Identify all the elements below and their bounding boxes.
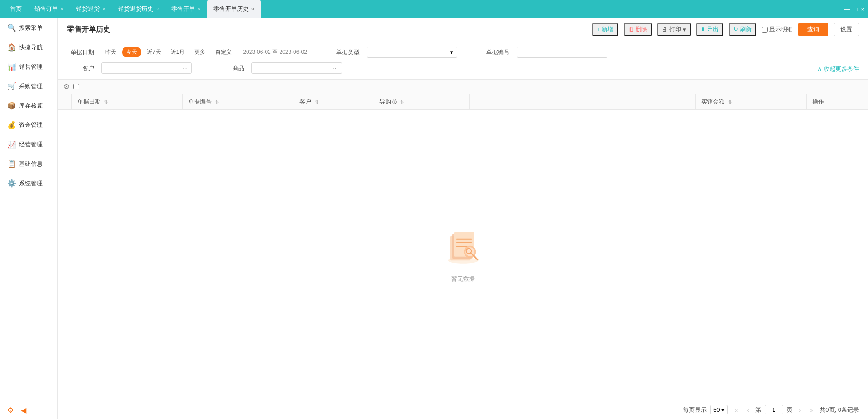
doc-no-input[interactable] <box>517 47 607 58</box>
print-button[interactable]: 🖨 打印 ▾ <box>657 23 691 36</box>
th-amount: 实销金额 ⇅ <box>695 94 806 110</box>
collapse-label: 收起更多条件 <box>824 65 859 73</box>
basic-info-icon: 📋 <box>7 160 15 168</box>
collapse-sidebar-icon[interactable]: ◀ <box>21 406 26 414</box>
content-area: 零售开单历史 + 新增 🗑 删除 🖨 打印 ▾ ⬆ 导出 ↻ 刷新 显示明细 查… <box>58 18 868 419</box>
date-btn-custom[interactable]: 自定义 <box>211 47 236 57</box>
date-range-display: 2023-06-02 至 2023-06-02 <box>243 48 307 56</box>
settings-bottom-icon[interactable]: ⚙ <box>7 406 14 414</box>
system-icon: ⚙️ <box>7 179 15 188</box>
display-detail-checkbox[interactable] <box>762 27 768 33</box>
last-page-btn[interactable]: » <box>807 405 816 414</box>
delete-button[interactable]: 🗑 删除 <box>624 23 652 36</box>
th-action-label: 操作 <box>812 98 824 105</box>
select-all-checkbox[interactable] <box>73 84 79 89</box>
pagination: 每页显示 50 ▾ « ‹ 第 页 › » 共0页, 0条记录 <box>58 400 868 419</box>
sidebar-item-sales[interactable]: 📊 销售管理 <box>0 57 57 76</box>
total-info: 共0页, 0条记录 <box>820 406 859 414</box>
filter-area: 单据日期 昨天 今天 近7天 近1月 更多 自定义 2023-06-02 至 2… <box>58 41 868 80</box>
top-nav-bar: 首页 销售订单 × 销货退货 × 销货退货历史 × 零售开单 × 零售开单历史 … <box>0 0 868 18</box>
th-salesperson-sort[interactable]: ⇅ <box>400 99 404 104</box>
date-btn-yesterday[interactable]: 昨天 <box>101 47 120 57</box>
settings-button[interactable]: 设置 <box>834 23 859 36</box>
th-doc-no-sort[interactable]: ⇅ <box>215 99 219 104</box>
finance-icon: 💰 <box>7 121 15 129</box>
th-action: 操作 <box>806 94 868 110</box>
sidebar-item-inventory-label: 库存核算 <box>19 102 43 110</box>
tab-sales-order-close[interactable]: × <box>61 6 63 12</box>
data-table: 单据日期 ⇅ 单据编号 ⇅ 客户 ⇅ 导购员 ⇅ <box>58 94 868 110</box>
display-detail-label[interactable]: 显示明细 <box>762 25 793 33</box>
column-settings-icon[interactable]: ⚙ <box>63 82 70 91</box>
sidebar: 🔍 搜索采单 🏠 快捷导航 📊 销售管理 🛒 采购管理 📦 库存核算 💰 资金管… <box>0 18 58 419</box>
tab-retail-history[interactable]: 零售开单历史 × <box>207 0 261 18</box>
sidebar-item-management[interactable]: 📈 经营管理 <box>0 135 57 154</box>
page-suffix-label: 页 <box>787 406 792 414</box>
window-close[interactable]: × <box>861 6 864 13</box>
th-doc-no-label: 单据编号 <box>188 98 212 105</box>
date-btn-1month[interactable]: 近1月 <box>167 47 189 57</box>
tab-retail-order[interactable]: 零售开单 × <box>165 0 207 18</box>
sidebar-item-nav[interactable]: 🏠 快捷导航 <box>0 38 57 57</box>
export-button[interactable]: ⬆ 导出 <box>696 23 724 36</box>
th-amount-label: 实销金额 <box>701 98 725 105</box>
sidebar-item-system[interactable]: ⚙️ 系统管理 <box>0 174 57 193</box>
sidebar-item-basic-info[interactable]: 📋 基础信息 <box>0 154 57 174</box>
per-page-select[interactable]: 50 ▾ <box>710 405 728 414</box>
first-page-btn[interactable]: « <box>731 405 740 414</box>
tab-home[interactable]: 首页 <box>4 0 28 18</box>
toolbar: + 新增 🗑 删除 🖨 打印 ▾ ⬆ 导出 ↻ 刷新 显示明细 查询 设置 <box>592 23 859 36</box>
main-layout: 🔍 搜索采单 🏠 快捷导航 📊 销售管理 🛒 采购管理 📦 库存核算 💰 资金管… <box>0 18 868 419</box>
sidebar-item-purchase[interactable]: 🛒 采购管理 <box>0 76 57 96</box>
tab-retail-history-close[interactable]: × <box>251 6 254 12</box>
sidebar-item-finance[interactable]: 💰 资金管理 <box>0 115 57 135</box>
page-number-input[interactable] <box>765 405 783 414</box>
tab-sales-order-label: 销售订单 <box>34 5 58 13</box>
sidebar-item-nav-label: 快捷导航 <box>19 43 43 52</box>
sidebar-bottom: ⚙ ◀ <box>0 401 57 419</box>
tab-sales-return[interactable]: 销货退货 × <box>70 0 111 18</box>
next-page-btn[interactable]: › <box>796 405 804 414</box>
th-date-sort[interactable]: ⇅ <box>104 99 108 104</box>
th-doc-no: 单据编号 ⇅ <box>183 94 294 110</box>
search-icon: 🔍 <box>7 24 15 32</box>
per-page-value: 50 <box>713 406 720 413</box>
tab-sales-return-history-close[interactable]: × <box>156 6 159 12</box>
tab-retail-order-label: 零售开单 <box>171 5 195 13</box>
sidebar-item-search[interactable]: 🔍 搜索采单 <box>0 18 57 38</box>
add-button[interactable]: + 新增 <box>592 23 618 36</box>
goods-input[interactable]: ··· <box>251 62 342 74</box>
sidebar-item-inventory[interactable]: 📦 库存核算 <box>0 96 57 115</box>
query-button[interactable]: 查询 <box>798 23 828 36</box>
th-extra <box>469 94 695 110</box>
tab-retail-history-label: 零售开单历史 <box>213 5 249 13</box>
table-toolbar: ⚙ <box>58 80 868 94</box>
date-btn-today[interactable]: 今天 <box>122 47 141 57</box>
window-minimize[interactable]: — <box>844 6 850 13</box>
date-btn-7days[interactable]: 近7天 <box>143 47 165 57</box>
sidebar-item-management-label: 经营管理 <box>19 141 43 149</box>
window-maximize[interactable]: □ <box>854 6 858 13</box>
th-customer-sort[interactable]: ⇅ <box>315 99 318 104</box>
customer-filter-label: 客户 <box>67 64 94 72</box>
tab-sales-return-history[interactable]: 销货退货历史 × <box>112 0 165 18</box>
doc-type-select[interactable]: ▾ <box>367 47 457 58</box>
prev-page-btn[interactable]: ‹ <box>744 405 752 414</box>
page-title: 零售开单历史 <box>67 25 592 34</box>
tab-retail-order-close[interactable]: × <box>198 6 200 12</box>
tab-home-label: 首页 <box>10 5 22 13</box>
sales-icon: 📊 <box>7 62 15 71</box>
customer-input[interactable]: ··· <box>101 62 192 74</box>
sidebar-item-search-label: 搜索采单 <box>19 24 43 32</box>
sidebar-item-finance-label: 资金管理 <box>19 121 43 129</box>
empty-state: 暂无数据 <box>58 110 868 400</box>
collapse-button[interactable]: ∧ 收起更多条件 <box>817 65 859 73</box>
refresh-button[interactable]: ↻ 刷新 <box>729 23 756 36</box>
doc-no-filter-label: 单据编号 <box>483 48 510 56</box>
tab-sales-return-close[interactable]: × <box>102 6 105 12</box>
home-icon: 🏠 <box>7 43 15 52</box>
date-btn-more[interactable]: 更多 <box>190 47 209 57</box>
tab-sales-order[interactable]: 销售订单 × <box>28 0 70 18</box>
management-icon: 📈 <box>7 140 15 149</box>
th-amount-sort[interactable]: ⇅ <box>728 99 732 104</box>
